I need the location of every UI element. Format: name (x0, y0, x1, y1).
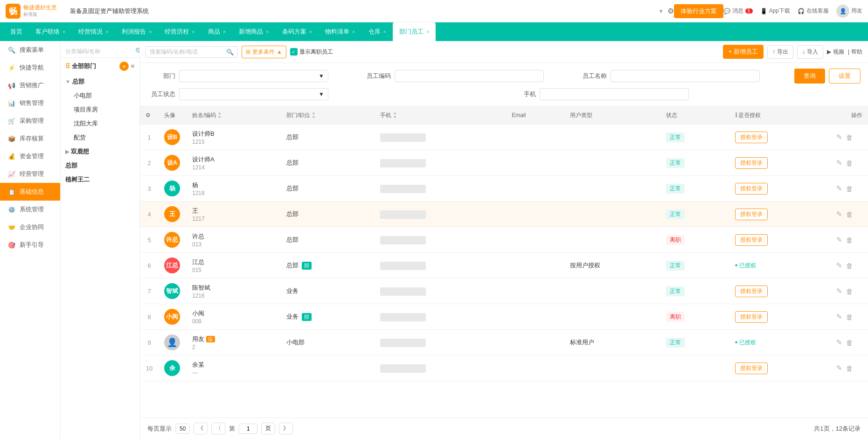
th-setting[interactable]: ⚙ (140, 106, 159, 125)
phone-input[interactable] (540, 88, 689, 100)
delete-icon[interactable]: 🗑 (846, 210, 853, 218)
tab-goods[interactable]: 商品 × (201, 22, 232, 41)
sidebar-item-purchase[interactable]: 🛒 采购管理 (0, 112, 60, 130)
import-btn[interactable]: ↓ 导入 (797, 45, 823, 59)
close-icon[interactable]: × (309, 29, 312, 35)
auth-login-btn[interactable]: 授权登录 (735, 209, 768, 220)
sidebar-item-finance[interactable]: 💰 资金管理 (0, 147, 60, 165)
tab-profit[interactable]: 利润报告 × (115, 22, 158, 41)
sidebar-item-search[interactable]: 🔍 搜索菜单 (0, 41, 60, 59)
collapse-tree-btn[interactable]: « (131, 62, 135, 71)
settings-gear-icon[interactable]: ⚙ (667, 7, 674, 15)
messages-btn[interactable]: 💬 消息 5 (723, 7, 753, 15)
dept-node-xiangmukufang[interactable]: 项目库房 (61, 103, 139, 117)
auth-login-btn[interactable]: 授权登录 (735, 132, 768, 143)
auth-login-btn[interactable]: 授权登录 (735, 311, 768, 323)
sidebar-item-inventory[interactable]: 📦 库存核算 (0, 130, 60, 147)
edit-icon[interactable]: ✎ (836, 261, 842, 270)
search-icon[interactable]: 🔍 (226, 49, 234, 56)
emp-name-input[interactable] (611, 70, 760, 82)
show-resigned-toggle[interactable]: ✓ 显示离职员工 (290, 48, 333, 56)
tab-customer[interactable]: 客户联络 × (29, 22, 72, 41)
edit-icon[interactable]: ✎ (836, 159, 842, 167)
edit-icon[interactable]: ✎ (836, 364, 842, 372)
dept-search-icon[interactable]: 🔍 (135, 48, 140, 55)
delete-icon[interactable]: 🗑 (846, 313, 853, 321)
show-resigned-checkbox[interactable]: ✓ (290, 48, 298, 56)
user-btn[interactable]: 👤 用友 (836, 5, 862, 18)
more-filters-btn[interactable]: ⊞ 更多条件 ▲ (242, 46, 286, 58)
auth-login-btn[interactable]: 授权登录 (735, 234, 768, 246)
dept-filter-select[interactable]: ▼ (179, 70, 328, 82)
close-icon[interactable]: × (352, 29, 355, 35)
tab-operations[interactable]: 经营情况 × (72, 22, 115, 41)
dept-node-xiaodibu[interactable]: 小电部 (61, 89, 139, 103)
tab-add-goods[interactable]: 新增商品 × (232, 22, 275, 41)
tab-warehouse[interactable]: 仓库 × (362, 22, 393, 41)
next-page-btn[interactable]: 页 (261, 423, 275, 434)
prev-page-btn[interactable]: 〈 (211, 423, 225, 434)
close-icon[interactable]: × (383, 29, 386, 35)
edit-icon[interactable]: ✎ (836, 133, 842, 141)
last-page-btn[interactable]: 》 (279, 423, 293, 434)
close-icon[interactable]: × (426, 29, 429, 35)
dept-node-shuanglu[interactable]: ▶ 双鹿想 (61, 145, 139, 159)
tab-department[interactable]: 部门员工 × (393, 22, 436, 41)
online-service-btn[interactable]: 🎧 在线客服 (798, 7, 829, 15)
edit-icon[interactable]: ✎ (836, 184, 842, 193)
sidebar-item-marketing[interactable]: 📢 营销推广 (0, 77, 60, 94)
tab-barcode[interactable]: 条码方案 × (276, 22, 319, 41)
system-title-dropdown-icon[interactable]: ▼ (659, 8, 664, 14)
auth-login-btn[interactable]: 授权登录 (735, 362, 768, 374)
dept-search-input[interactable] (65, 48, 135, 55)
tab-home[interactable]: 首页 (4, 22, 29, 41)
sidebar-item-sales[interactable]: 📊 销售管理 (0, 94, 60, 112)
help-btn[interactable]: | 帮助 (848, 48, 862, 56)
page-size-value[interactable]: 50 (175, 424, 190, 434)
dept-node-zongbu2[interactable]: 总部 (61, 159, 139, 173)
app-download-btn[interactable]: 📱 App下载 (760, 7, 790, 15)
export-btn[interactable]: ↑ 导出 (767, 45, 793, 59)
close-icon[interactable]: × (223, 29, 226, 35)
video-btn[interactable]: ▶ 视频 (827, 48, 844, 56)
add-dept-btn[interactable]: + (119, 62, 129, 71)
auth-login-btn[interactable]: 授权登录 (735, 183, 768, 195)
edit-icon[interactable]: ✎ (836, 236, 842, 244)
edit-icon[interactable]: ✎ (836, 287, 842, 295)
close-icon[interactable]: × (266, 29, 269, 35)
auth-login-btn[interactable]: 授权登录 (735, 157, 768, 169)
first-page-btn[interactable]: 《 (194, 423, 208, 434)
sidebar-item-system[interactable]: ⚙️ 系统管理 (0, 201, 60, 218)
th-dept-position[interactable]: 部门/职位 ▲▼ (281, 106, 375, 125)
sidebar-item-enterprise[interactable]: 🤝 企业协同 (0, 218, 60, 236)
tab-history[interactable]: 经营历程 × (158, 22, 201, 41)
edit-icon[interactable]: ✎ (836, 313, 842, 321)
add-employee-btn[interactable]: + 新增员工 (723, 45, 764, 59)
sidebar-item-basic[interactable]: 📋 基础信息 (0, 183, 60, 201)
reset-btn[interactable]: 设置 (829, 69, 861, 84)
emp-code-input[interactable] (395, 70, 544, 82)
emp-status-select[interactable]: ▼ (179, 88, 328, 100)
delete-icon[interactable]: 🗑 (846, 159, 853, 167)
close-icon[interactable]: × (105, 29, 108, 35)
dept-node-shenyang[interactable]: 沈阳大库 (61, 117, 139, 131)
delete-icon[interactable]: 🗑 (846, 287, 853, 295)
delete-icon[interactable]: 🗑 (846, 262, 853, 270)
sidebar-item-operations[interactable]: 📈 经营管理 (0, 165, 60, 183)
delete-icon[interactable]: 🗑 (846, 185, 853, 193)
delete-icon[interactable]: 🗑 (846, 339, 853, 347)
sidebar-item-guide[interactable]: 🎯 新手引导 (0, 236, 60, 254)
auth-login-btn[interactable]: 授权登录 (735, 286, 768, 297)
th-name-code[interactable]: 姓名/编码 ▲▼ (187, 106, 281, 125)
delete-icon[interactable]: 🗑 (846, 236, 853, 244)
close-icon[interactable]: × (149, 29, 152, 35)
tab-bom[interactable]: 物料清单 × (319, 22, 361, 41)
dept-node-zhishu[interactable]: 植树王二 (61, 173, 139, 187)
dept-node-peihuo[interactable]: 配货 (61, 131, 139, 145)
delete-icon[interactable]: 🗑 (846, 364, 853, 372)
th-phone[interactable]: 手机 ▲▼ (375, 106, 506, 125)
employee-search-input[interactable] (150, 49, 224, 55)
sidebar-item-shortcut[interactable]: ⚡ 快捷导航 (0, 59, 60, 77)
page-number-input[interactable] (239, 424, 257, 434)
close-icon[interactable]: × (192, 29, 194, 35)
